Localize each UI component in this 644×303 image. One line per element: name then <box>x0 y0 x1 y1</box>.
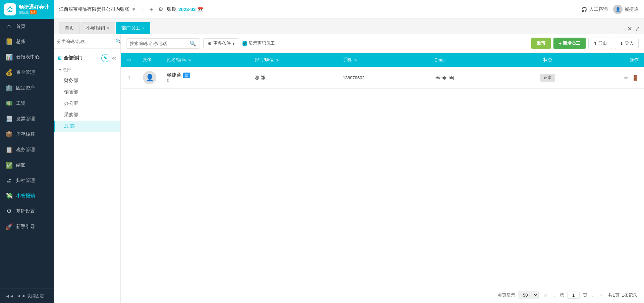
department-list: ▾ 总部 财务部 销售部 办公室 采购部 总 部 <box>54 65 120 132</box>
chevron-down-icon: ▾ <box>232 41 235 46</box>
export-button[interactable]: ⬆ 导出 <box>588 38 612 49</box>
sidebar-item-reports[interactable]: 📊 云报表中心 <box>0 49 54 65</box>
sidebar-item-invoices[interactable]: 🧾 发票管理 <box>0 111 54 127</box>
show-resigned-label[interactable]: 显示离职员工 <box>243 40 275 46</box>
sidebar-item-assets[interactable]: 🏢 固定资产 <box>0 80 54 96</box>
sort-icon-dept: ⇅ <box>276 58 279 62</box>
sidebar-item-inventory[interactable]: 📦 库存核算 <box>0 127 54 142</box>
sidebar-item-funds[interactable]: 💰 资金管理 <box>0 65 54 80</box>
sidebar: 会 畅捷通好会计 旗舰版 Ea ⌂ 首页 📒 总账 📊 云报表中心 💰 资金管理… <box>0 0 54 303</box>
add-employee-button[interactable]: + 新增员工 <box>553 38 586 49</box>
cell-dept: 总 部 <box>250 67 337 89</box>
add-account-button[interactable]: ＋ <box>148 5 154 13</box>
content-area: 🔍 ⊞ 全部部门 ✎ ≪ ▾ 总部 财务部 销售部 办公室 采购部 总 部 <box>54 34 644 303</box>
sidebar-item-salary[interactable]: 💵 工资 <box>0 96 54 111</box>
tree-item-bangong[interactable]: 办公室 <box>54 98 120 109</box>
tree-item-xiaoshou[interactable]: 销售部 <box>54 86 120 98</box>
page-first-button[interactable]: ⊮ <box>542 292 549 299</box>
inventory-icon: 📦 <box>5 131 13 138</box>
company-selector[interactable]: 江西服宝精品有限责任公司内账张 ▼ <box>59 6 136 12</box>
col-dept[interactable]: 部门/职位 ⇅ <box>250 53 337 67</box>
tree-edit-button[interactable]: ✎ <box>101 54 109 62</box>
department-tree: ⊞ 全部部门 ✎ ≪ ▾ 总部 财务部 销售部 办公室 采购部 总 部 <box>54 49 120 303</box>
tab-expand-icon[interactable]: ⤢ <box>635 25 640 33</box>
sidebar-item-ledger[interactable]: 📒 总账 <box>0 34 54 49</box>
sidebar-item-label: 基础设置 <box>16 208 35 214</box>
cell-avatar: 👤 <box>138 67 162 89</box>
employee-search-box: 🔍 <box>126 38 200 49</box>
sidebar-item-settings[interactable]: ⚙ 基础设置 <box>0 204 54 219</box>
sidebar-cancel-pin[interactable]: ◄◄ ◄◄ 取消固定 <box>0 289 54 303</box>
logout-button[interactable]: 🚪 <box>632 75 639 81</box>
page-input[interactable]: 1 <box>568 292 580 299</box>
sidebar-item-label: 工资 <box>16 100 25 106</box>
tree-item-caigou[interactable]: 采购部 <box>54 109 120 121</box>
show-resigned-checkbox[interactable] <box>243 41 247 46</box>
tab-home[interactable]: 首页 <box>59 22 80 34</box>
tree-parent-zongbu[interactable]: ▾ 总部 <box>54 65 120 75</box>
tab-expense-close[interactable]: × <box>107 26 109 31</box>
page-next-button[interactable]: › <box>591 292 595 299</box>
col-email: Email <box>429 53 516 67</box>
sidebar-item-label: 库存核算 <box>16 131 35 137</box>
logo-sub-text: 旗舰版 <box>19 10 29 14</box>
tab-department-close[interactable]: × <box>142 26 145 31</box>
closing-icon: ✅ <box>5 162 13 169</box>
topbar-divider1: | <box>142 6 143 12</box>
invoices-icon: 🧾 <box>5 115 13 123</box>
tab-close-icon[interactable]: ✕ <box>627 25 632 33</box>
calendar-icon: 📅 <box>198 7 203 12</box>
filter-button[interactable]: ⚙ 更多条件 ▾ <box>203 38 239 48</box>
sidebar-item-tax[interactable]: 📋 税务管理 <box>0 142 54 158</box>
sidebar-item-expense[interactable]: 💸 小畅报销 <box>0 188 54 204</box>
add-employee-label: 新增员工 <box>563 40 580 46</box>
sidebar-item-guide[interactable]: 🚀 新手引导 <box>0 219 54 234</box>
search-icon: 🔍 <box>190 40 196 47</box>
chevron-down-icon: ▼ <box>131 7 136 12</box>
user-menu[interactable]: 👤 畅捷通 <box>613 5 639 14</box>
salary-icon: 💵 <box>5 100 13 107</box>
sort-icon-name: ⇅ <box>188 58 191 62</box>
page-size-select[interactable]: 50 10 20 100 <box>519 291 539 299</box>
category-search-input[interactable] <box>57 39 113 44</box>
tab-department[interactable]: 部门员工 × <box>116 22 150 34</box>
cell-actions: ✏ 🚪 <box>580 67 644 89</box>
support-btn[interactable]: 🎧 人工咨询 <box>581 6 608 12</box>
headset-icon: 🎧 <box>581 7 587 12</box>
sidebar-item-archive[interactable]: 🗂 归档管理 <box>0 173 54 188</box>
tab-expense[interactable]: 小畅报销 × <box>80 22 115 34</box>
sidebar-item-label: 资金管理 <box>16 70 35 76</box>
tree-item-zongbu2[interactable]: 总 部 <box>54 121 120 132</box>
gear-button[interactable]: ⚙ <box>158 6 163 12</box>
col-phone-label: 手机 <box>343 57 352 62</box>
sidebar-item-closing[interactable]: ✅ 结账 <box>0 158 54 173</box>
page-last-button[interactable]: ⊭ <box>598 292 605 299</box>
sidebar-badge: Ea <box>30 10 37 14</box>
reports-icon: 📊 <box>5 53 13 61</box>
col-name[interactable]: 姓名/编码 ⇅ <box>162 53 250 67</box>
sort-icon-phone: ⇅ <box>354 58 357 62</box>
tree-root[interactable]: ⊞ 全部部门 ✎ ≪ <box>54 51 120 65</box>
col-dept-label: 部门/职位 <box>255 57 274 62</box>
employee-search-input[interactable] <box>130 41 187 46</box>
tabs-bar: 首页 小畅报销 × 部门员工 × ✕ ⤢ <box>54 19 644 34</box>
cancel-pin-label: ◄◄ 取消固定 <box>17 293 44 299</box>
employee-code: 0 <box>167 78 244 83</box>
total-label: 共1页, 1条记录 <box>608 292 637 298</box>
col-phone[interactable]: 手机 ⇅ <box>337 53 429 67</box>
settings-icon: ⚙ <box>5 208 13 215</box>
page-prev-button[interactable]: ‹ <box>552 292 556 299</box>
employee-name: 畅捷通 <box>167 72 181 78</box>
invite-button[interactable]: 邀请 <box>531 38 551 49</box>
import-label: 导入 <box>625 40 634 46</box>
tree-collapse-button[interactable]: ≪ <box>111 55 116 61</box>
col-settings[interactable]: ⚙ <box>121 53 138 67</box>
edit-button[interactable]: ✏ <box>624 75 629 81</box>
tab-home-label: 首页 <box>65 25 74 31</box>
logo-text-block: 畅捷通好会计 旗舰版 Ea <box>19 4 49 15</box>
col-avatar-label: 头像 <box>143 57 152 62</box>
cell-phone: 138070602... <box>337 67 429 89</box>
sidebar-item-home[interactable]: ⌂ 首页 <box>0 19 54 34</box>
tree-item-caiwu[interactable]: 财务部 <box>54 75 120 86</box>
import-button[interactable]: ⬇ 导入 <box>615 38 639 49</box>
